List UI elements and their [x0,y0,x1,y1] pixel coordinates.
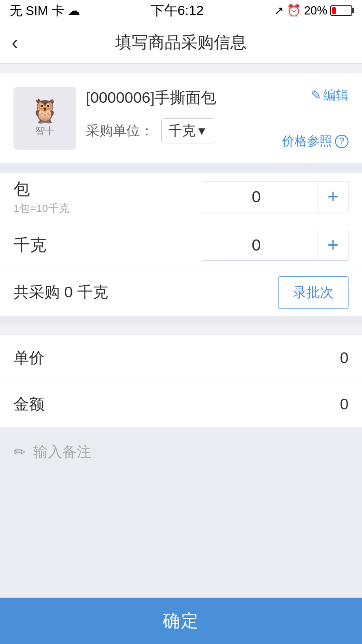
product-logo-label: 智十 [35,125,55,138]
bag-input[interactable] [202,182,318,212]
pencil-icon: ✏ [14,444,26,461]
unit-select-value: 千克 [168,122,195,140]
kg-input[interactable] [202,230,318,261]
status-left: 无 SIM 卡 ☁ [10,2,80,19]
amount-row: 金额 0 [0,381,362,428]
purchase-unit-label: 采购单位： [86,122,153,140]
edit-label: 编辑 [323,87,348,104]
page-title: 填写商品采购信息 [115,31,247,54]
product-image: 🦉 智十 [14,87,76,150]
note-section[interactable]: ✏ 输入备注 [0,428,362,476]
summary-row: 共采购 0 千克 录批次 [0,269,362,316]
unit-price-value: 0 [340,349,348,367]
kg-input-row: 千克 + [0,221,362,269]
price-ref-info-icon: ? [335,135,348,148]
battery-percent: 20% [304,4,327,17]
alarm-icon: ⏰ [287,4,301,17]
status-bar: 无 SIM 卡 ☁ 下午6:12 ↗ ⏰ 20% [0,0,362,21]
amount-label: 金额 [14,394,44,415]
confirm-button[interactable]: 确定 [0,598,362,644]
status-right: ↗ ⏰ 20% [274,4,352,17]
nav-bar: ‹ 填写商品采购信息 [0,21,362,64]
unit-price-label: 单价 [14,348,44,369]
price-ref-label: 价格参照 [282,133,332,150]
page-filler [0,476,362,611]
back-button[interactable]: ‹ [12,33,18,52]
kg-label-group: 千克 [14,234,110,256]
status-time: 下午6:12 [151,1,204,20]
bag-input-row: 包 1包=10千克 + [0,173,362,221]
kg-input-wrap: + [110,230,348,261]
amount-value: 0 [340,395,348,413]
edit-icon: ✎ [311,88,321,103]
input-section: 包 1包=10千克 + 千克 + [0,173,362,269]
unit-select-chevron-icon: ▾ [198,123,205,139]
battery-icon [330,5,352,16]
unit-price-row: 单价 0 [0,335,362,381]
price-section: 单价 0 金额 0 [0,335,362,428]
unit-select[interactable]: 千克 ▾ [161,118,215,143]
bag-input-wrap: + [110,182,348,212]
bag-plus-button[interactable]: + [318,182,348,212]
bag-label-group: 包 1包=10千克 [14,178,110,216]
product-name: [0000006]手撕面包 [86,87,348,109]
location-icon: ↗ [274,4,284,17]
price-ref-button[interactable]: 价格参照 ? [282,133,348,150]
note-input-placeholder: 输入备注 [33,442,91,462]
product-card: 🦉 智十 [0000006]手撕面包 采购单位： 千克 ▾ ✎ 编辑 价格参照 … [0,73,362,163]
batch-button[interactable]: 录批次 [278,276,348,309]
bag-sub-label: 1包=10千克 [14,201,110,216]
section-divider-2 [0,316,362,325]
kg-plus-button[interactable]: + [318,230,348,261]
summary-text: 共采购 0 千克 [14,282,108,303]
edit-button[interactable]: ✎ 编辑 [311,87,348,104]
product-logo-icon: 🦉 [30,99,59,123]
bag-label: 包 [14,178,110,200]
kg-label: 千克 [14,234,110,256]
section-divider-1 [0,163,362,173]
no-sim-text: 无 SIM 卡 ☁ [10,2,80,19]
